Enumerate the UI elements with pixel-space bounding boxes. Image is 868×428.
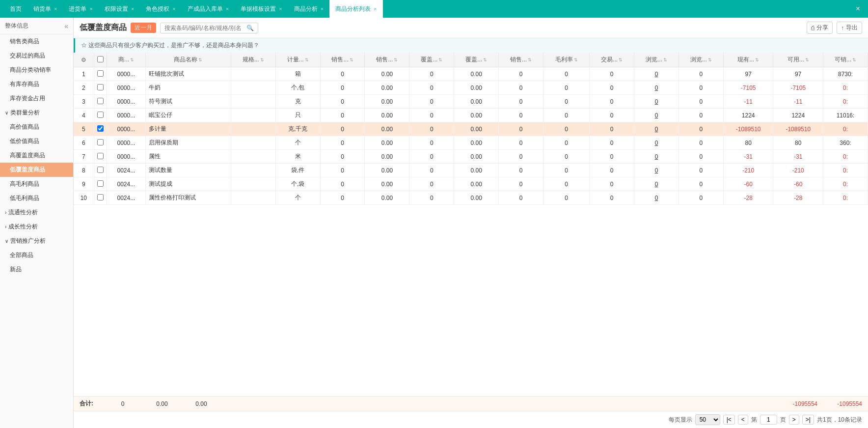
col-stock2[interactable]: 可用...⇅ [773, 53, 823, 67]
col-gross-margin[interactable]: 毛利率⇅ [543, 53, 590, 67]
cell-checkbox[interactable] [94, 109, 107, 122]
col-code[interactable]: 商...⇅ [107, 53, 145, 67]
view1-link[interactable]: 0 [655, 140, 658, 146]
select-all-checkbox[interactable] [97, 56, 104, 62]
page-number-input[interactable] [760, 415, 777, 425]
nav-permission-settings-close[interactable]: × [131, 6, 134, 12]
nav-finished-product[interactable]: 产成品入库单 × [182, 0, 235, 18]
per-page-select[interactable]: 50 100 200 [695, 414, 720, 425]
cell-checkbox[interactable] [94, 67, 107, 81]
cell-view1[interactable]: 0 [634, 136, 679, 150]
col-settings[interactable]: ⚙ [74, 53, 94, 67]
view1-link[interactable]: 0 [655, 85, 658, 91]
cell-view1[interactable]: 0 [634, 81, 679, 95]
col-name[interactable]: 商品名称⇅ [145, 53, 231, 67]
time-filter-button[interactable]: 近一月 [131, 23, 156, 33]
sidebar-item-new-goods[interactable]: 新品 [0, 262, 73, 277]
sidebar-item-high-value[interactable]: 高价值商品 [0, 120, 73, 134]
nav-template-settings-close[interactable]: × [279, 6, 282, 12]
cell-view1[interactable]: 0 [634, 95, 679, 109]
cell-checkbox[interactable] [94, 95, 107, 109]
nav-role-auth[interactable]: 角色授权 × [140, 0, 181, 18]
nav-product-analysis-close[interactable]: × [321, 6, 324, 12]
nav-sales-order-close[interactable]: × [54, 6, 57, 12]
share-button[interactable]: ⎙ 分享 [807, 22, 833, 34]
col-cover1[interactable]: 覆盖...⇅ [409, 53, 454, 67]
nav-close-all[interactable]: × [852, 4, 864, 13]
export-button[interactable]: ↑ 导出 [837, 22, 862, 34]
col-sales-amt[interactable]: 销售...⇅ [365, 53, 409, 67]
cell-view1[interactable]: 0 [634, 177, 679, 191]
cell-checkbox[interactable] [94, 81, 107, 95]
sidebar-item-high-margin[interactable]: 高毛利商品 [0, 177, 73, 191]
cell-checkbox[interactable] [94, 136, 107, 150]
nav-product-analysis-list[interactable]: 商品分析列表 × [329, 0, 382, 18]
sidebar-collapse-icon[interactable]: « [64, 22, 68, 30]
col-trade[interactable]: 交易...⇅ [590, 53, 634, 67]
col-cover2[interactable]: 覆盖...⇅ [454, 53, 499, 67]
col-unit[interactable]: 计量...⇅ [275, 53, 320, 67]
nav-product-analysis-list-close[interactable]: × [374, 6, 377, 12]
nav-purchase-order-close[interactable]: × [89, 6, 92, 12]
sidebar-item-sales-goods[interactable]: 销售类商品 [0, 34, 73, 49]
pagination-last[interactable]: >| [802, 415, 814, 425]
view1-link[interactable]: 0 [655, 153, 658, 160]
nav-purchase-order[interactable]: 进货单 × [63, 0, 98, 18]
row-checkbox[interactable] [97, 84, 104, 90]
view1-link[interactable]: 0 [655, 126, 658, 133]
row-checkbox[interactable] [97, 98, 104, 104]
nav-template-settings[interactable]: 单据模板设置 × [235, 0, 288, 18]
nav-sales-order[interactable]: 销货单 × [27, 0, 63, 18]
nav-role-auth-close[interactable]: × [172, 6, 175, 12]
cell-view1[interactable]: 0 [634, 164, 679, 177]
view1-link[interactable]: 0 [655, 167, 658, 174]
cell-checkbox[interactable] [94, 122, 107, 136]
view1-link[interactable]: 0 [655, 98, 658, 105]
pagination-next[interactable]: > [789, 415, 799, 425]
sidebar-item-category-turnover[interactable]: 商品分类动销率 [0, 63, 73, 77]
sidebar-item-stock-capital[interactable]: 库存资金占用 [0, 91, 73, 106]
sidebar-item-stocked-goods[interactable]: 有库存商品 [0, 77, 73, 91]
col-view1[interactable]: 浏览...⇅ [634, 53, 679, 67]
cell-checkbox[interactable] [94, 191, 107, 205]
row-checkbox[interactable] [97, 194, 104, 200]
settings-icon[interactable]: ⚙ [81, 57, 86, 63]
col-sales-qty[interactable]: 销售...⇅ [320, 53, 365, 67]
row-checkbox[interactable] [97, 167, 104, 173]
col-sales3[interactable]: 销售...⇅ [499, 53, 543, 67]
col-view2[interactable]: 浏览...⇅ [678, 53, 723, 67]
col-stock1[interactable]: 现有...⇅ [723, 53, 773, 67]
pagination-prev[interactable]: < [738, 415, 748, 425]
cell-checkbox[interactable] [94, 177, 107, 191]
col-checkbox[interactable] [94, 53, 107, 67]
cell-checkbox[interactable] [94, 150, 107, 164]
col-stock3[interactable]: 可销...⇅ [823, 53, 868, 67]
row-checkbox[interactable] [97, 139, 104, 145]
view1-link[interactable]: 0 [655, 112, 658, 119]
row-checkbox[interactable] [97, 112, 104, 118]
nav-home[interactable]: 首页 [4, 0, 27, 18]
sidebar-item-low-coverage[interactable]: 低覆盖度商品 [0, 163, 73, 177]
sidebar-item-all-goods[interactable]: 全部商品 [0, 248, 73, 262]
col-spec[interactable]: 规格...⇅ [231, 53, 275, 67]
row-checkbox[interactable] [97, 153, 104, 159]
row-checkbox[interactable] [97, 70, 104, 77]
cell-checkbox[interactable] [94, 164, 107, 177]
view1-link[interactable]: 0 [655, 71, 658, 78]
table-wrapper[interactable]: ⚙ 商...⇅ 商品名称⇅ 规格...⇅ 计量...⇅ 销售...⇅ 销售...… [74, 53, 868, 396]
cell-view1[interactable]: 0 [634, 109, 679, 122]
sidebar-item-low-margin[interactable]: 低毛利商品 [0, 191, 73, 205]
row-checkbox[interactable] [97, 125, 104, 132]
sidebar-section-cluster[interactable]: ∨ 类群量分析 [0, 106, 73, 120]
view1-link[interactable]: 0 [655, 181, 658, 188]
search-input[interactable] [164, 25, 246, 31]
sidebar-item-low-value[interactable]: 低价值商品 [0, 134, 73, 148]
sidebar-section-marketing[interactable]: ∨ 营销推广分析 [0, 234, 73, 248]
nav-product-analysis[interactable]: 商品分析 × [288, 0, 329, 18]
cell-view1[interactable]: 0 [634, 150, 679, 164]
nav-permission-settings[interactable]: 权限设置 × [99, 0, 140, 18]
sidebar-section-growth[interactable]: › 成长性分析 [0, 220, 73, 234]
pagination-first[interactable]: |< [723, 415, 735, 425]
view1-link[interactable]: 0 [655, 195, 658, 201]
cell-view1[interactable]: 0 [634, 67, 679, 81]
